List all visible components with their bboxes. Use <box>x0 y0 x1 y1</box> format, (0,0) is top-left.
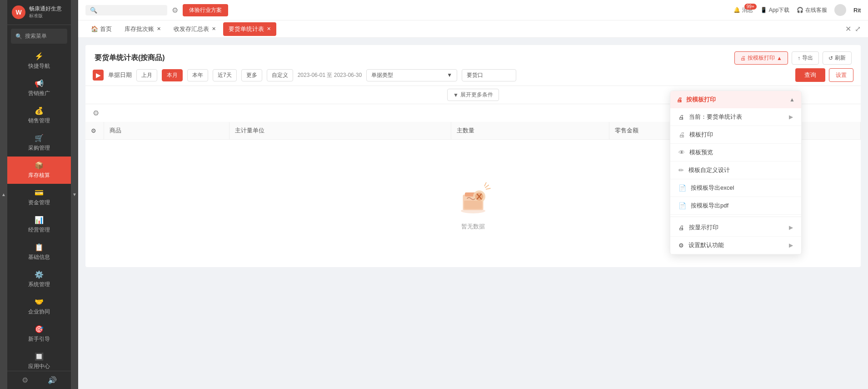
date-btn-this-year[interactable]: 本年 <box>187 69 208 81</box>
user-avatar[interactable] <box>834 4 846 16</box>
sidebar-scroll-down[interactable]: ▼ <box>71 0 78 389</box>
export-label: 导出 <box>802 54 813 62</box>
date-btn-more[interactable]: 更多 <box>241 69 262 81</box>
sidebar-item-basics[interactable]: 📋 基础信息 <box>7 238 71 266</box>
query-btn[interactable]: 查询 <box>795 68 825 82</box>
dropdown-display-print[interactable]: 🖨 按显示打印 ▶ <box>670 219 801 237</box>
expand-more-btn[interactable]: ▼ 展开更多条件 <box>447 89 499 101</box>
refresh-label: 刷新 <box>835 54 846 62</box>
refresh-btn[interactable]: ↺ 刷新 <box>823 51 852 65</box>
sidebar-item-marketing[interactable]: 📢 营销推广 <box>7 75 71 102</box>
topbar-gear-btn[interactable]: ⚙ <box>172 6 178 15</box>
dropdown-header-left: 🖨 按模板打印 <box>677 96 716 104</box>
sidebar-item-guide[interactable]: 🎯 新手引导 <box>7 320 71 348</box>
tab-inventory-batch-close[interactable]: ✕ <box>157 26 161 32</box>
export-btn[interactable]: ↑ 导出 <box>792 51 819 65</box>
filter-bar: ▶ 单据日期 上月 本月 本年 近7天 更多 自定义 2023-06-01 至 … <box>85 65 861 86</box>
collab-icon: 🤝 <box>35 298 44 306</box>
dropdown-item-template-print[interactable]: 🖨 模板打印 <box>670 126 801 144</box>
dropdown-separator <box>670 217 801 217</box>
current-item-icon: 🖨 <box>678 114 684 121</box>
col-unit: 主计量单位 <box>229 122 451 140</box>
col-quantity: 主数量 <box>451 122 609 140</box>
default-func-label: 设置默认功能 <box>688 241 724 249</box>
export-icon: ↑ <box>798 55 800 61</box>
template-design-label: 模板自定义设计 <box>688 166 730 174</box>
bell-icon: 🔔 <box>733 7 740 13</box>
topbar-search-icon: 🔍 <box>90 7 97 14</box>
settings-btn[interactable]: 设置 <box>829 68 853 82</box>
logo-icon: W <box>12 5 25 19</box>
current-item-left: 🖨 当前：要货单统计表 <box>678 113 742 121</box>
template-excel-label: 按模板导出excel <box>691 184 734 192</box>
dropdown-item-template-excel[interactable]: 📄 按模板导出excel <box>670 179 801 197</box>
dropdown-default-func[interactable]: ⚙ 设置默认功能 ▶ <box>670 237 801 254</box>
table-settings-icon[interactable]: ⚙ <box>93 109 99 117</box>
tabs-bar: 🏠 首页 库存批次账 ✕ 收发存汇总表 ✕ 要货单统计表 ✕ ✕ ⤢ <box>78 20 868 38</box>
trial-btn[interactable]: 体验行业方案 <box>183 4 228 16</box>
dropdown-header[interactable]: 🖨 按模板打印 ▲ <box>670 91 801 108</box>
chevron-down-icon: ▼ <box>447 72 452 78</box>
username-label: Rit <box>853 7 861 14</box>
default-func-icon: ⚙ <box>678 242 684 249</box>
type-label: 单据类型 <box>371 71 393 79</box>
sidebar-item-finance[interactable]: 💳 资金管理 <box>7 184 71 211</box>
date-btn-last-month[interactable]: 上月 <box>136 69 157 81</box>
sidebar-scroll-up[interactable]: ▲ <box>0 0 7 389</box>
template-print-label: 模板打印 <box>689 131 713 139</box>
action-bar: 🖨 按模板打印 ▲ ↑ 导出 ↺ 刷新 <box>734 51 852 65</box>
tab-expand-btn[interactable]: ⤢ <box>855 25 861 33</box>
sidebar-item-inventory[interactable]: 📦 库存核算 <box>7 157 71 184</box>
sidebar-settings-btn[interactable]: ⚙ <box>22 376 28 384</box>
sidebar-item-collab[interactable]: 🤝 企业协同 <box>7 293 71 320</box>
tab-order-stats-label: 要货单统计表 <box>229 25 264 33</box>
sidebar-item-apps[interactable]: 🔲 应用中心 <box>7 348 71 371</box>
date-btn-custom[interactable]: 自定义 <box>267 69 293 81</box>
sidebar-item-shortcuts[interactable]: ⚡ 快捷导航 <box>7 47 71 75</box>
sidebar-search[interactable]: 🔍 搜索菜单 <box>11 29 67 44</box>
type-select[interactable]: 单据类型 ▼ <box>366 69 457 81</box>
col-extra <box>799 122 861 140</box>
dropdown-item-template-pdf[interactable]: 📄 按模板导出pdf <box>670 197 801 215</box>
date-btn-7days[interactable]: 近7天 <box>213 69 237 81</box>
finance-icon: 💳 <box>35 188 44 197</box>
tab-collection-summary[interactable]: 收发存汇总表 ✕ <box>168 22 221 36</box>
sidebar-item-label: 企业协同 <box>28 308 50 316</box>
topbar-search-input[interactable] <box>100 7 159 13</box>
sidebar-item-label: 系统管理 <box>28 281 50 288</box>
print-icon: 🖨 <box>740 55 746 61</box>
tab-inventory-batch[interactable]: 库存批次账 ✕ <box>119 22 166 36</box>
online-service-btn[interactable]: 🎧 在线客服 <box>797 6 827 14</box>
sidebar-item-sales[interactable]: 💰 销售管理 <box>7 102 71 129</box>
sidebar-nav: ⚡ 快捷导航 📢 营销推广 💰 销售管理 🛒 采购管理 📦 库存核算 💳 资金管… <box>7 47 71 371</box>
download-icon: 📱 <box>760 7 767 13</box>
display-print-chevron: ▶ <box>789 224 793 231</box>
messages-btn[interactable]: 🔔 消息 99+ <box>733 6 753 14</box>
tab-inventory-batch-label: 库存批次账 <box>125 25 154 33</box>
tab-close-btn[interactable]: ✕ <box>845 25 851 33</box>
sidebar-item-operations[interactable]: 📊 经营管理 <box>7 211 71 238</box>
order-type-label: 要货口 <box>467 71 483 79</box>
sales-icon: 💰 <box>35 106 44 115</box>
dropdown-item-template-preview[interactable]: 👁 模板预览 <box>670 144 801 162</box>
tab-home[interactable]: 🏠 首页 <box>85 22 117 36</box>
topbar-search-box[interactable]: 🔍 <box>85 5 167 15</box>
tab-order-stats[interactable]: 要货单统计表 ✕ <box>223 22 276 36</box>
sidebar-item-purchase[interactable]: 🛒 采购管理 <box>7 129 71 157</box>
display-print-icon: 🖨 <box>678 224 684 231</box>
dropdown-current-item[interactable]: 🖨 当前：要货单统计表 ▶ <box>670 108 801 126</box>
app-download-btn[interactable]: 📱 App下载 <box>760 6 789 14</box>
sidebar-sound-btn[interactable]: 🔊 <box>48 376 57 384</box>
filter-toggle-btn[interactable]: ▶ <box>93 70 104 81</box>
print-template-btn[interactable]: 🖨 按模板打印 ▲ <box>734 51 788 65</box>
template-print-icon: 🖨 <box>678 131 685 138</box>
dropdown-item-template-design[interactable]: ✏ 模板自定义设计 <box>670 162 801 179</box>
tab-collection-summary-close[interactable]: ✕ <box>212 26 216 32</box>
tab-order-stats-close[interactable]: ✕ <box>267 26 271 32</box>
main-area: 🔍 ⚙ 体验行业方案 🔔 消息 99+ 📱 App下载 🎧 在线客服 Rit <box>78 0 868 389</box>
sidebar-item-label: 快捷导航 <box>28 62 50 70</box>
sidebar-item-system[interactable]: ⚙️ 系统管理 <box>7 266 71 293</box>
order-type-select[interactable]: 要货口 <box>462 69 516 81</box>
dropdown-title: 按模板打印 <box>686 96 716 104</box>
date-btn-this-month[interactable]: 本月 <box>162 69 183 81</box>
